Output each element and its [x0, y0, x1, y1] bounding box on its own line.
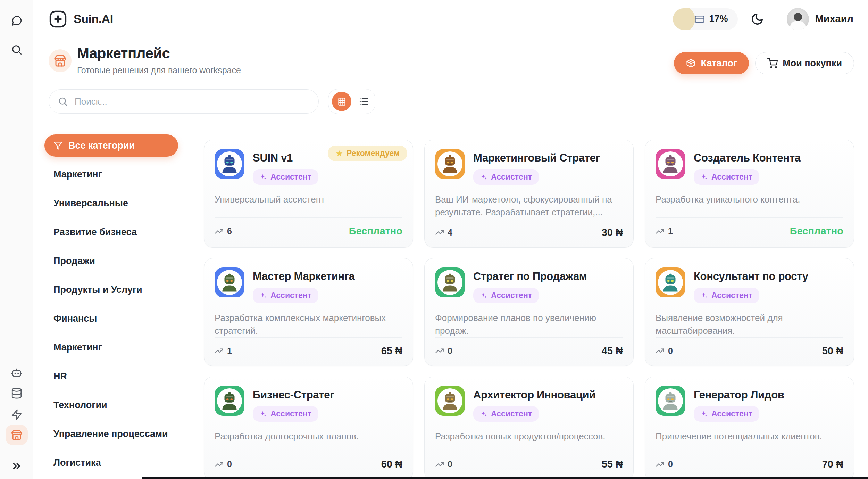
trending-up-icon — [215, 346, 224, 355]
category-label: Продажи — [53, 256, 95, 266]
agent-avatar — [215, 149, 244, 179]
trending-up-icon — [435, 228, 444, 237]
usage-stat-value: 1 — [668, 226, 673, 236]
agent-avatar — [215, 267, 244, 297]
assistant-badge: Ассистент — [694, 406, 759, 422]
assistant-badge-label: Ассистент — [711, 291, 752, 300]
assistant-badge-label: Ассистент — [711, 172, 752, 182]
search-input[interactable] — [49, 89, 319, 114]
assistant-badge: Ассистент — [473, 406, 539, 422]
store-icon[interactable] — [6, 425, 28, 445]
assistant-badge-label: Ассистент — [270, 172, 311, 182]
usage-stat: 0 — [656, 346, 673, 356]
category-item[interactable]: Маркетинг — [44, 163, 178, 185]
categories-divider — [190, 125, 190, 479]
usage-stat-value: 6 — [227, 226, 232, 236]
price: Бесплатно — [349, 225, 402, 237]
topbar: Suin.AI 17% Михаил — [33, 0, 868, 38]
agent-avatar — [435, 149, 465, 179]
category-label: Развитие бизнеса — [53, 227, 137, 238]
agent-title: Архитектор Инноваций — [473, 389, 595, 401]
agent-card[interactable]: ★ Рекомендуем SUIN v1 — [204, 140, 413, 248]
agent-description: Разработка долгосрочных планов. — [215, 430, 402, 443]
categories-sidebar: Все категории МаркетингУниверсальныеРазв… — [44, 134, 178, 479]
agent-avatar — [435, 267, 465, 297]
trending-up-icon — [215, 460, 224, 469]
all-categories-label: Все категории — [68, 140, 135, 151]
card-footer: 1 Бесплатно — [656, 217, 843, 237]
agent-title: Создатель Контента — [694, 152, 801, 164]
agent-card[interactable]: Архитектор Инноваций Ассистент Разработк… — [424, 377, 634, 479]
usage-stat: 0 — [215, 459, 232, 469]
catalog-button[interactable]: Каталог — [674, 52, 749, 74]
agent-card[interactable]: Стратег по Продажам Ассистент Формирован… — [424, 258, 634, 366]
list-view-icon[interactable] — [356, 94, 372, 109]
usage-stat: 4 — [435, 228, 452, 238]
category-label: Управление процессами — [53, 429, 168, 439]
credits-value: 17% — [709, 14, 728, 24]
sparkles-icon — [260, 292, 267, 299]
usage-stat: 6 — [215, 226, 232, 236]
search-icon[interactable] — [7, 41, 26, 58]
sparkles-icon — [701, 292, 708, 299]
agent-description: Выявление возможностей для масштабирован… — [656, 312, 843, 337]
agent-card[interactable]: Маркетинговый Стратег Ассистент Ваш ИИ-м… — [424, 140, 634, 248]
assistant-badge: Ассистент — [253, 169, 318, 185]
assistant-badge: Ассистент — [694, 288, 759, 303]
category-item[interactable]: Развитие бизнеса — [44, 221, 178, 243]
agent-title: Маркетинговый Стратег — [473, 152, 600, 164]
grid-view-icon[interactable] — [332, 92, 351, 111]
category-item[interactable]: Универсальные — [44, 192, 178, 214]
chat-icon[interactable] — [7, 13, 26, 29]
agent-card[interactable]: Бизнес-Стратег Ассистент Разработка долг… — [204, 377, 413, 479]
category-item[interactable]: Продукты и Услуги — [44, 279, 178, 301]
assistant-badge: Ассистент — [473, 288, 539, 303]
agent-card[interactable]: Создатель Контента Ассистент Разработка … — [645, 140, 854, 248]
zap-icon[interactable] — [7, 406, 26, 423]
package-icon — [686, 58, 696, 68]
agent-title: Консультант по росту — [694, 270, 808, 283]
cart-icon — [767, 58, 778, 68]
agent-card[interactable]: Мастер Маркетинга Ассистент Разработка к… — [204, 258, 413, 366]
usage-stat: 0 — [435, 346, 452, 356]
usage-stat: 1 — [215, 346, 232, 356]
chevrons-right-icon[interactable] — [7, 458, 26, 474]
marketplace-screen: Suin.AI 17% Михаил Маркетплейс Готовые р… — [0, 0, 868, 479]
robot-avatar-icon — [440, 272, 460, 292]
category-label: Технологии — [53, 400, 107, 411]
bot-icon[interactable] — [7, 364, 26, 381]
moon-icon[interactable] — [747, 9, 768, 30]
my-purchases-button[interactable]: Мои покупки — [755, 52, 854, 74]
assistant-badge-label: Ассистент — [491, 172, 532, 182]
agent-description: Ваш ИИ-маркетолог, сфокусированный на ре… — [435, 193, 623, 219]
agent-description: Разработка новых продуктов/процессов. — [435, 430, 623, 443]
category-label: HR — [53, 371, 67, 382]
user-name: Михаил — [815, 13, 854, 25]
database-icon[interactable] — [7, 385, 26, 402]
recommended-badge: ★ Рекомендуем — [328, 146, 407, 161]
credits-pill[interactable]: 17% — [673, 8, 737, 30]
category-item[interactable]: Технологии — [44, 394, 178, 416]
sparkles-icon — [480, 410, 487, 418]
user-menu[interactable]: Михаил — [787, 8, 854, 30]
page-title: Маркетплейс — [77, 45, 241, 62]
category-item[interactable]: Логистика — [44, 452, 178, 474]
assistant-badge-label: Ассистент — [711, 409, 752, 419]
catalog-button-label: Каталог — [701, 58, 737, 69]
category-item[interactable]: Продажи — [44, 250, 178, 272]
category-item[interactable]: Маркетинг — [44, 336, 178, 358]
category-item[interactable]: Финансы — [44, 307, 178, 330]
sparkles-icon — [480, 292, 487, 299]
category-item[interactable]: HR — [44, 365, 178, 387]
usage-stat-value: 1 — [227, 346, 232, 356]
sparkles-icon — [480, 173, 487, 181]
all-categories-button[interactable]: Все категории — [44, 134, 178, 157]
category-item[interactable]: Управление процессами — [44, 423, 178, 445]
agent-card[interactable]: Консультант по росту Ассистент Выявление… — [645, 258, 854, 366]
price: 60 ₦ — [381, 459, 402, 470]
brand-logo[interactable]: Suin.AI — [49, 10, 113, 28]
trending-up-icon — [656, 460, 665, 469]
robot-avatar-icon — [440, 154, 460, 174]
category-label: Маркетинг — [53, 169, 102, 180]
agent-card[interactable]: Генератор Лидов Ассистент Привлечение по… — [645, 377, 854, 479]
